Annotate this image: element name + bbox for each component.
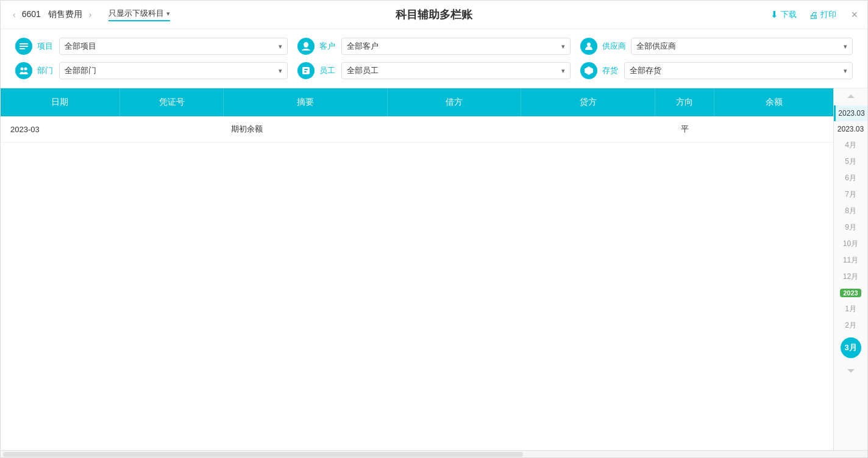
project-label: 项目 xyxy=(37,41,54,52)
filter-supplier: 供应商 全部供应商 ▾ xyxy=(575,34,858,58)
employee-select[interactable]: 全部员工 ▾ xyxy=(341,62,570,79)
employee-icon xyxy=(297,62,315,79)
customer-icon xyxy=(297,38,315,55)
download-label: 下载 xyxy=(781,9,797,20)
row-voucher xyxy=(119,116,224,143)
year-badge: 2023 xyxy=(840,289,861,297)
svg-point-5 xyxy=(24,68,27,71)
row-direction: 平 xyxy=(655,116,714,143)
ledger-table: 日期 凭证号 摘要 借方 贷方 方向 余额 2023-03 期初余额 xyxy=(1,88,833,143)
account-name: 销售费用 xyxy=(48,9,82,19)
col-voucher: 凭证号 xyxy=(119,88,224,116)
customer-value: 全部客户 xyxy=(347,41,379,52)
top-bar: ‹ 6601 销售费用 › 只显示下级科目 ▾ 科目辅助多栏账 ⬇ 下载 🖨 打… xyxy=(1,1,867,29)
customer-select-arrow: ▾ xyxy=(561,43,565,51)
col-credit: 贷方 xyxy=(521,88,655,116)
customer-select[interactable]: 全部客户 ▾ xyxy=(341,38,570,55)
show-sub-arrow: ▾ xyxy=(166,10,170,18)
account-code: 6601 xyxy=(22,9,41,19)
department-value: 全部部门 xyxy=(65,65,96,76)
table-area: 日期 凭证号 摘要 借方 贷方 方向 余额 2023-03 期初余额 xyxy=(1,88,833,450)
show-sub-select[interactable]: 只显示下级科目 ▾ xyxy=(108,8,170,21)
svg-rect-2 xyxy=(20,48,25,49)
sidebar-month-12[interactable]: 12月 xyxy=(834,269,867,285)
table-header-row: 日期 凭证号 摘要 借方 贷方 方向 余额 xyxy=(1,88,833,116)
scrollbar-track xyxy=(3,452,523,457)
sidebar-year-2023[interactable]: 2023 xyxy=(840,285,861,301)
col-debit: 借方 xyxy=(387,88,521,116)
table-row: 2023-03 期初余额 平 xyxy=(1,116,833,143)
sidebar-month-7[interactable]: 7月 xyxy=(834,186,867,203)
employee-value: 全部员工 xyxy=(347,65,379,76)
project-select[interactable]: 全部项目 ▾ xyxy=(59,38,288,55)
print-button[interactable]: 🖨 打印 xyxy=(809,9,836,20)
inventory-select[interactable]: 全部存货 ▾ xyxy=(624,62,853,79)
filter-project: 项目 全部项目 ▾ xyxy=(10,34,293,58)
top-actions: ⬇ 下载 🖨 打印 xyxy=(770,9,836,20)
print-label: 打印 xyxy=(820,9,836,20)
supplier-value: 全部供应商 xyxy=(636,41,676,52)
row-balance xyxy=(714,116,833,143)
next-account-button[interactable]: › xyxy=(87,9,94,21)
department-select-arrow: ▾ xyxy=(279,67,282,75)
customer-label: 客户 xyxy=(319,41,336,52)
inventory-select-arrow: ▾ xyxy=(844,67,847,75)
employee-label: 员工 xyxy=(319,65,336,76)
filter-inventory: 存货 全部存货 ▾ xyxy=(575,58,858,83)
row-summary: 期初余额 xyxy=(224,116,387,143)
page-title: 科目辅助多栏账 xyxy=(396,7,472,22)
department-label: 部门 xyxy=(37,65,54,76)
sidebar-month-1[interactable]: 1月 xyxy=(834,301,867,317)
col-summary: 摘要 xyxy=(224,88,387,116)
sidebar-month-8[interactable]: 8月 xyxy=(834,203,867,219)
account-label: 6601 销售费用 xyxy=(22,9,83,20)
sidebar-up-arrow[interactable] xyxy=(834,88,867,105)
sidebar-month-10[interactable]: 10月 xyxy=(834,236,867,252)
sidebar-month-5[interactable]: 5月 xyxy=(834,153,867,170)
row-debit xyxy=(387,116,521,143)
row-credit xyxy=(521,116,655,143)
download-button[interactable]: ⬇ 下载 xyxy=(770,9,797,20)
svg-point-3 xyxy=(587,43,591,46)
sidebar-period-2023-03-top[interactable]: 2023.03 xyxy=(834,105,867,121)
close-button[interactable]: × xyxy=(851,9,858,20)
department-select[interactable]: 全部部门 ▾ xyxy=(59,62,288,79)
nav-account: ‹ 6601 销售费用 › xyxy=(10,9,94,21)
sidebar-month-11[interactable]: 11月 xyxy=(834,252,867,269)
sidebar-period-2023-03-bot[interactable]: 2023.03 xyxy=(834,121,867,137)
sidebar-month-6[interactable]: 6月 xyxy=(834,170,867,186)
horizontal-scrollbar[interactable] xyxy=(1,450,867,457)
sidebar-month-4[interactable]: 4月 xyxy=(834,137,867,153)
prev-account-button[interactable]: ‹ xyxy=(10,9,18,21)
main-window: ‹ 6601 销售费用 › 只显示下级科目 ▾ 科目辅助多栏账 ⬇ 下载 🖨 打… xyxy=(0,0,868,458)
filter-bar: 项目 全部项目 ▾ 客户 全部客户 ▾ xyxy=(1,29,867,88)
show-sub-label: 只显示下级科目 xyxy=(108,8,164,19)
supplier-icon xyxy=(580,38,597,55)
filter-customer: 客户 全部客户 ▾ xyxy=(293,34,575,58)
sidebar-month-2[interactable]: 2月 xyxy=(834,317,867,334)
svg-rect-0 xyxy=(20,43,28,44)
inventory-icon xyxy=(580,62,597,79)
download-icon: ⬇ xyxy=(770,9,778,20)
sidebar-month-9[interactable]: 9月 xyxy=(834,219,867,236)
supplier-select-arrow: ▾ xyxy=(844,43,847,51)
supplier-label: 供应商 xyxy=(602,41,626,52)
right-sidebar: 2023.03 2023.03 4月 5月 6月 7月 8月 9月 10月 11… xyxy=(833,88,867,450)
employee-select-arrow: ▾ xyxy=(561,67,565,75)
sidebar-down-arrow[interactable] xyxy=(834,362,867,379)
filter-employee: 员工 全部员工 ▾ xyxy=(293,58,575,83)
svg-point-4 xyxy=(21,68,24,71)
inventory-value: 全部存货 xyxy=(630,65,661,76)
project-icon xyxy=(15,38,32,55)
svg-rect-7 xyxy=(304,69,308,70)
print-icon: 🖨 xyxy=(809,10,818,20)
sidebar-month-3-active[interactable]: 3月 xyxy=(841,334,861,362)
col-balance: 余额 xyxy=(714,88,833,116)
row-date: 2023-03 xyxy=(1,116,119,143)
svg-rect-8 xyxy=(304,71,307,72)
col-direction: 方向 xyxy=(655,88,714,116)
content-area: 日期 凭证号 摘要 借方 贷方 方向 余额 2023-03 期初余额 xyxy=(1,88,867,450)
department-icon xyxy=(15,62,32,79)
col-date: 日期 xyxy=(1,88,119,116)
supplier-select[interactable]: 全部供应商 ▾ xyxy=(631,38,853,55)
